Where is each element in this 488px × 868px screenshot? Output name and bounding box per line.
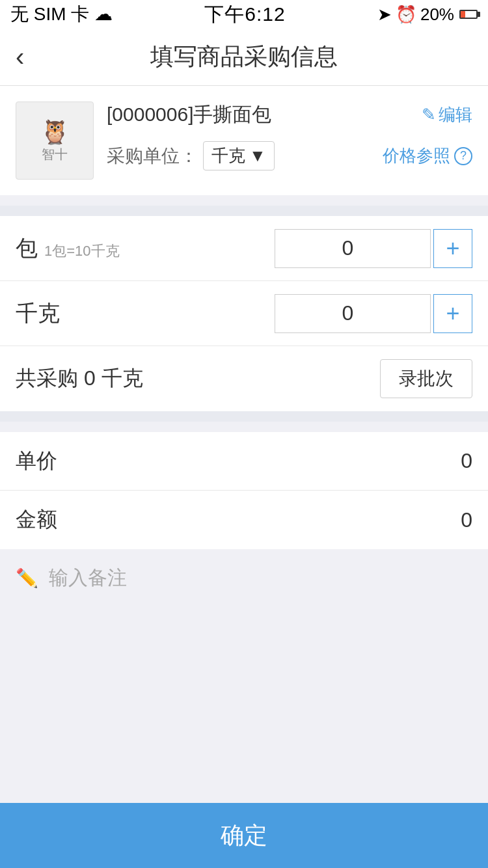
status-bar: 无 SIM 卡 ☁ 下午6:12 ➤ ⏰ 20% bbox=[0, 0, 488, 29]
kg-plus-button[interactable]: + bbox=[433, 294, 472, 333]
product-full-name: [0000006]手撕面包 bbox=[107, 102, 271, 128]
bag-input[interactable] bbox=[275, 229, 431, 268]
edit-label: 编辑 bbox=[439, 103, 472, 126]
amount-row: 金额 0 bbox=[0, 491, 488, 549]
bag-sub-label: 1包=10千克 bbox=[44, 241, 120, 261]
summary-text: 共采购 0 千克 bbox=[16, 364, 143, 393]
page-title: 填写商品采购信息 bbox=[150, 41, 338, 73]
kg-input-wrap: + bbox=[146, 294, 472, 333]
product-info: [0000006]手撕面包 ✎ 编辑 采购单位： 千克 ▼ 价格参照 ? bbox=[107, 102, 472, 170]
product-img-icon: 🦉 bbox=[40, 118, 70, 146]
kg-plus-icon: + bbox=[446, 300, 459, 327]
back-button[interactable]: ‹ bbox=[16, 42, 24, 72]
bag-input-row: 包 1包=10千克 + bbox=[0, 216, 488, 281]
amount-label: 金额 bbox=[16, 506, 57, 534]
price-section: 单价 0 金额 0 bbox=[0, 432, 488, 549]
edit-icon: ✎ bbox=[422, 105, 436, 125]
pencil-icon: ✏️ bbox=[16, 567, 38, 589]
no-sim-text: 无 SIM 卡 ☁ bbox=[10, 2, 113, 27]
product-image: 🦉 智十 bbox=[16, 102, 94, 180]
record-batch-button[interactable]: 录批次 bbox=[380, 359, 472, 398]
unit-select[interactable]: 千克 ▼ bbox=[203, 141, 275, 170]
help-icon: ? bbox=[454, 147, 472, 165]
battery-icon bbox=[459, 10, 478, 19]
bag-label-group: 包 1包=10千克 bbox=[16, 234, 146, 264]
kg-input-row: 千克 + bbox=[0, 281, 488, 346]
unit-price-value: 0 bbox=[461, 449, 472, 473]
price-ref-button[interactable]: 价格参照 ? bbox=[383, 144, 472, 167]
section-divider-1 bbox=[0, 206, 488, 216]
battery-percent: 20% bbox=[420, 5, 454, 25]
unit-value: 千克 bbox=[211, 144, 245, 167]
product-card: 🦉 智十 [0000006]手撕面包 ✎ 编辑 采购单位： 千克 ▼ 价格参照 … bbox=[0, 86, 488, 195]
unit-price-row: 单价 0 bbox=[0, 432, 488, 491]
bag-input-wrap: + bbox=[146, 229, 472, 268]
kg-label: 千克 bbox=[16, 299, 60, 329]
section-divider-2 bbox=[0, 411, 488, 422]
status-left: 无 SIM 卡 ☁ bbox=[10, 2, 113, 27]
confirm-button[interactable]: 确定 bbox=[0, 803, 488, 868]
unit-label: 采购单位： bbox=[107, 144, 198, 169]
product-img-label: 智十 bbox=[42, 146, 68, 163]
summary-row: 共采购 0 千克 录批次 bbox=[0, 346, 488, 411]
product-edit-button[interactable]: ✎ 编辑 bbox=[422, 103, 472, 126]
product-unit-row: 采购单位： 千克 ▼ 价格参照 ? bbox=[107, 141, 472, 170]
bag-plus-icon: + bbox=[446, 235, 459, 262]
location-icon: ➤ bbox=[377, 5, 392, 25]
bag-plus-button[interactable]: + bbox=[433, 229, 472, 268]
kg-input[interactable] bbox=[275, 294, 431, 333]
status-time: 下午6:12 bbox=[204, 1, 285, 28]
product-name-row: [0000006]手撕面包 ✎ 编辑 bbox=[107, 102, 472, 128]
input-section: 包 1包=10千克 + 千克 + 共采购 0 千克 录批次 bbox=[0, 216, 488, 411]
amount-value: 0 bbox=[461, 508, 472, 532]
remark-placeholder: 输入备注 bbox=[49, 565, 127, 591]
remark-section[interactable]: ✏️ 输入备注 bbox=[0, 549, 488, 607]
bag-label: 包 bbox=[16, 234, 38, 264]
kg-label-group: 千克 bbox=[16, 299, 146, 329]
unit-price-label: 单价 bbox=[16, 447, 57, 476]
alarm-icon: ⏰ bbox=[396, 5, 416, 25]
price-ref-label: 价格参照 bbox=[383, 144, 450, 167]
status-right: ➤ ⏰ 20% bbox=[377, 5, 478, 25]
nav-bar: ‹ 填写商品采购信息 bbox=[0, 29, 488, 86]
dropdown-icon: ▼ bbox=[249, 146, 266, 166]
